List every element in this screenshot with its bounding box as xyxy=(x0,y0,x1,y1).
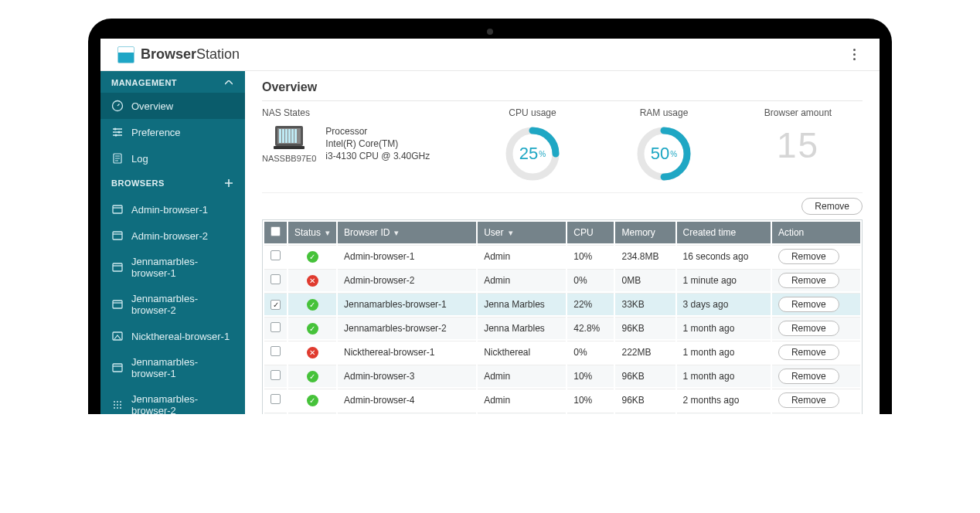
chevron-up-icon xyxy=(223,77,234,88)
row-checkbox[interactable] xyxy=(271,274,281,284)
cell-browser-id: Admin-browser-3 xyxy=(338,365,476,387)
col-status[interactable]: Status xyxy=(294,227,321,238)
label-cpu-usage: CPU usage xyxy=(471,107,594,124)
row-checkbox[interactable] xyxy=(271,322,281,332)
svg-point-2 xyxy=(118,131,121,134)
sidebar-item-label: Admin-browser-1 xyxy=(131,204,208,216)
page-title: Overview xyxy=(262,80,863,101)
sidebar-item-browser[interactable]: Jennamarbles-browser-1 xyxy=(100,349,245,386)
cell-cpu: 22% xyxy=(567,293,614,315)
table-row[interactable]: Admin-browser-5Admin10%96KB2 months agoR… xyxy=(264,413,860,414)
remove-button[interactable]: Remove xyxy=(778,273,839,288)
sidebar-item-label: Jennamarbles-browser-1 xyxy=(131,256,234,279)
cell-user: Admin xyxy=(478,413,566,414)
filter-icon[interactable]: ▾ xyxy=(509,228,513,238)
col-cpu[interactable]: CPU xyxy=(573,227,593,238)
more-menu-icon[interactable] xyxy=(846,46,863,63)
cell-browser-id: Admin-browser-4 xyxy=(338,389,476,411)
col-user[interactable]: User xyxy=(484,227,503,238)
remove-button[interactable]: Remove xyxy=(778,345,839,360)
processor-label: Processor xyxy=(325,125,430,138)
remove-button[interactable]: Remove xyxy=(778,392,839,408)
svg-point-17 xyxy=(114,407,115,409)
cpu-unit: % xyxy=(538,150,546,158)
cell-memory: 96KB xyxy=(615,389,675,411)
table-row[interactable]: ✓Admin-browser-4Admin10%96KB2 months ago… xyxy=(264,389,860,411)
sidebar-item-preference[interactable]: Preference xyxy=(100,119,245,145)
processor-detail: i3-4130 CPU @ 3.40GHz xyxy=(325,150,430,162)
col-created[interactable]: Created time xyxy=(683,227,737,238)
sidebar-item-browser[interactable]: Admin-browser-1 xyxy=(100,196,245,223)
svg-point-12 xyxy=(117,401,118,403)
cell-user: Admin xyxy=(478,365,566,387)
row-checkbox[interactable] xyxy=(271,346,281,356)
cell-created: 1 month ago xyxy=(677,365,771,387)
table-row[interactable]: ✓✓Jennamarbles-browser-1Jenna Marbles22%… xyxy=(264,293,860,315)
sidebar-item-label: Nickthereal-browser-1 xyxy=(131,331,230,342)
remove-button[interactable]: Remove xyxy=(778,297,839,312)
cell-browser-id: Admin-browser-1 xyxy=(338,245,476,267)
svg-rect-22 xyxy=(279,129,281,143)
select-all-checkbox[interactable] xyxy=(271,226,281,236)
sidebar-item-overview[interactable]: Overview xyxy=(100,93,245,119)
filter-icon[interactable]: ▾ xyxy=(325,228,330,238)
table-row[interactable]: ✓Admin-browser-1Admin10%234.8MB16 second… xyxy=(264,245,860,267)
row-checkbox[interactable]: ✓ xyxy=(271,300,281,310)
svg-rect-7 xyxy=(113,263,122,271)
sidebar-item-label: Jennamarbles-browser-2 xyxy=(131,393,234,414)
sidebar-item-browser[interactable]: Admin-browser-2 xyxy=(100,223,245,249)
sidebar-item-browser[interactable]: Jennamarbles-browser-1 xyxy=(100,249,245,286)
sidebar-item-label: Admin-browser-2 xyxy=(131,230,208,242)
filter-icon[interactable]: ▾ xyxy=(394,228,399,238)
remove-button[interactable]: Remove xyxy=(778,321,839,336)
cpu-value: 25 xyxy=(519,144,538,164)
table-row[interactable]: ✓Admin-browser-3Admin10%96KB1 month agoR… xyxy=(264,365,860,387)
table-row[interactable]: ✓Jennamarbles-browser-2Jenna Marbles42.8… xyxy=(264,317,860,339)
svg-rect-26 xyxy=(291,129,294,143)
table-row[interactable]: ✕Admin-browser-2Admin0%0MB1 minute agoRe… xyxy=(264,269,860,291)
remove-button[interactable]: Remove xyxy=(778,369,839,384)
svg-point-1 xyxy=(114,128,117,131)
cell-cpu: 10% xyxy=(567,365,614,387)
svg-rect-10 xyxy=(113,364,122,372)
cell-browser-id: Nickthereal-browser-1 xyxy=(338,341,476,363)
table-row[interactable]: ✕Nickthereal-browser-1Nickthereal0%222MB… xyxy=(264,341,860,363)
cell-user: Admin xyxy=(478,389,566,411)
remove-button[interactable]: Remove xyxy=(778,249,839,264)
sidebar-item-browser[interactable]: Jennamarbles-browser-2 xyxy=(100,286,245,323)
cell-memory: 96KB xyxy=(615,317,675,339)
sidebar-item-log[interactable]: Log xyxy=(100,145,245,172)
cell-created: 16 seconds ago xyxy=(677,245,771,267)
cell-user: Nickthereal xyxy=(478,341,566,363)
plus-icon[interactable] xyxy=(223,178,234,189)
col-memory[interactable]: Memory xyxy=(621,227,655,238)
svg-point-13 xyxy=(120,401,121,403)
sidebar-item-label: Log xyxy=(131,153,148,165)
sidebar-item-browser[interactable]: Jennamarbles-browser-2 xyxy=(100,386,245,414)
svg-point-16 xyxy=(120,404,121,406)
browser-icon xyxy=(111,229,124,242)
cell-memory: 33KB xyxy=(615,293,675,315)
row-checkbox[interactable] xyxy=(271,370,281,380)
row-checkbox[interactable] xyxy=(271,394,281,404)
status-ok-icon: ✓ xyxy=(307,251,318,263)
remove-button-top[interactable]: Remove xyxy=(801,198,863,215)
svg-rect-27 xyxy=(294,129,297,143)
section-browsers[interactable]: BROWSERS xyxy=(100,172,245,193)
browser-icon xyxy=(111,362,124,374)
svg-rect-6 xyxy=(113,232,122,240)
cell-created: 1 month ago xyxy=(677,341,771,363)
browser-icon xyxy=(111,399,124,411)
cell-user: Jenna Marbles xyxy=(478,317,566,339)
cell-cpu: 10% xyxy=(567,245,614,267)
ram-unit: % xyxy=(669,150,677,158)
row-checkbox[interactable] xyxy=(271,250,281,260)
section-management[interactable]: MANAGEMENT xyxy=(100,71,245,93)
sidebar-item-label: Jennamarbles-browser-1 xyxy=(131,356,234,379)
status-error-icon: ✕ xyxy=(307,347,318,358)
col-browser-id[interactable]: Browser ID xyxy=(344,227,390,238)
sidebar-item-browser[interactable]: Nickthereal-browser-1 xyxy=(100,323,245,349)
svg-point-11 xyxy=(114,401,115,403)
app-brand: BrowserStation xyxy=(117,46,240,63)
label-nas-states: NAS States xyxy=(262,107,463,124)
